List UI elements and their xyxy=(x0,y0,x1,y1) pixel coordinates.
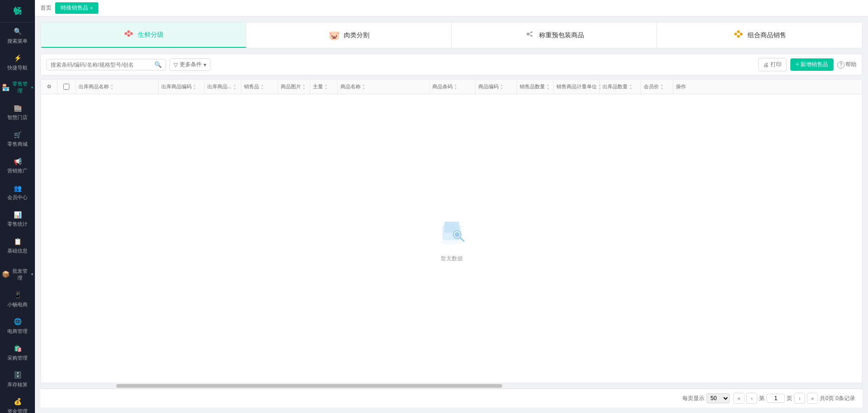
page-navigation: « ‹ 第 页 › » 共0页 0条记录 xyxy=(733,393,855,404)
svg-point-3 xyxy=(127,34,130,37)
sidebar-item-retail[interactable]: 🏪 零售管理 ▾ xyxy=(0,76,35,99)
fresh-icon xyxy=(123,29,134,40)
sidebar-item-promotion[interactable]: 📢 营销推广 xyxy=(0,153,35,179)
sidebar-item-purchase[interactable]: 🛍️ 采购管理 xyxy=(0,339,35,366)
home-tab[interactable]: 首页 xyxy=(40,4,51,12)
page-number-input[interactable] xyxy=(766,394,785,403)
active-tab[interactable]: 特殊销售品 × xyxy=(55,2,98,14)
sidebar-item-label: 零售统计 xyxy=(7,221,28,228)
th-outname[interactable]: 出库商品名称 ▲▼ xyxy=(76,80,159,94)
page-last-button[interactable]: » xyxy=(807,393,818,404)
sidebar-item-quicknav[interactable]: ⚡ 快捷导航 xyxy=(0,49,35,76)
sidebar-item-wholesale[interactable]: 📦 批发管理 ▾ xyxy=(0,263,35,287)
chevron-down-icon: ▾ xyxy=(31,85,33,90)
th-unit[interactable]: 销售商品计量单位 ▲▼ xyxy=(554,80,600,94)
sidebar-item-retailstat[interactable]: 📊 零售统计 xyxy=(0,206,35,233)
retail-icon: 🏪 xyxy=(2,83,10,92)
th-code[interactable]: 商品编码 ▲▼ xyxy=(476,80,517,94)
search-input[interactable] xyxy=(51,62,153,68)
select-all-checkbox[interactable] xyxy=(63,84,69,90)
sidebar-item-label: 搜索菜单 xyxy=(7,38,28,45)
sidebar-item-retailmall[interactable]: 🛒 零售商城 xyxy=(0,126,35,153)
sidebar-item-miniapp[interactable]: 📱 小畅电商 xyxy=(0,286,35,313)
store-icon: 🏬 xyxy=(14,104,22,113)
sidebar: 畅 🔍 搜索菜单 ⚡ 快捷导航 🏪 零售管理 ▾ 🏬 智慧门店 🛒 零售商城 📢… xyxy=(0,0,35,413)
tab-weigh[interactable]: 称重预包装商品 xyxy=(452,23,657,48)
page-prev-button[interactable]: ‹ xyxy=(746,393,757,404)
th-barcode[interactable]: 商品条码 ▲▼ xyxy=(430,80,476,94)
th-unit-label: 销售商品计量单位 xyxy=(556,83,597,90)
search-icon[interactable]: 🔍 xyxy=(154,61,162,68)
help-button[interactable]: ? 帮助 xyxy=(837,61,857,69)
th-saleitem-label: 销售品 xyxy=(244,83,259,90)
svg-point-10 xyxy=(737,30,740,33)
th-settings[interactable]: ⚙ xyxy=(41,80,57,94)
tab-fresh[interactable]: 生鲜分级 xyxy=(41,23,246,48)
th-qty-label: 销售品数量 xyxy=(520,83,545,90)
finance-icon: 💰 xyxy=(14,397,22,407)
svg-point-2 xyxy=(130,32,133,35)
sidebar-item-smartstore[interactable]: 🏬 智慧门店 xyxy=(0,99,35,126)
filter-label: 更多条件 xyxy=(180,61,202,69)
filter-arrow-icon: ▾ xyxy=(204,62,206,68)
tab-combo[interactable]: 组合商品销售 xyxy=(657,23,862,48)
th-img[interactable]: 商品图片 ▲▼ xyxy=(278,80,310,94)
horizontal-scrollbar[interactable] xyxy=(41,383,862,388)
sidebar-item-label: 零售管理 xyxy=(11,80,29,95)
per-page-select[interactable]: 50 10 20 100 xyxy=(706,393,730,403)
scrollbar-thumb[interactable] xyxy=(116,384,502,388)
th-name[interactable]: 商品名称 ▲▼ xyxy=(338,80,430,94)
th-saleitem[interactable]: 销售品 ▲▼ xyxy=(241,80,278,94)
page-label: 第 xyxy=(759,395,765,402)
sidebar-item-label: 快捷导航 xyxy=(7,64,28,71)
svg-point-1 xyxy=(127,30,130,33)
sidebar-item-member[interactable]: 👥 会员中心 xyxy=(0,179,35,206)
sidebar-item-label: 基础信息 xyxy=(7,247,28,254)
sort-icons-12: ▲▼ xyxy=(629,83,632,90)
th-vipprice[interactable]: 会员价 ▲▼ xyxy=(641,80,673,94)
sidebar-item-label: 电商管理 xyxy=(7,328,28,335)
svg-point-0 xyxy=(125,32,127,35)
sort-icons-10: ▲▼ xyxy=(546,83,550,90)
sidebar-item-label: 资金管理 xyxy=(7,408,28,413)
th-outsku[interactable]: 出库商品... ▲▼ xyxy=(204,80,241,94)
info-icon: 📋 xyxy=(14,237,22,247)
th-weight[interactable]: 主量 ▲▼ xyxy=(310,80,338,94)
th-checkbox[interactable] xyxy=(57,80,76,94)
miniapp-icon: 📱 xyxy=(14,291,22,300)
sidebar-item-label: 采购管理 xyxy=(7,355,28,361)
per-page-label: 每页显示 xyxy=(682,395,704,402)
th-outqty[interactable]: 出库品数量 ▲▼ xyxy=(600,80,641,94)
sidebar-item-ecommerce[interactable]: 🌐 电商管理 xyxy=(0,313,35,339)
th-outcode[interactable]: 出库商品编码 ▲▼ xyxy=(159,80,204,94)
sidebar-item-label: 会员中心 xyxy=(7,194,28,201)
search-box[interactable]: 🔍 xyxy=(46,59,166,70)
cart-icon: 🛒 xyxy=(14,131,22,140)
th-qty[interactable]: 销售品数量 ▲▼ xyxy=(517,80,554,94)
sidebar-item-finance[interactable]: 💰 资金管理 xyxy=(0,393,35,413)
empty-text: 暂无数据 xyxy=(441,255,463,263)
th-weight-label: 主量 xyxy=(313,83,323,90)
page-first-button[interactable]: « xyxy=(733,393,744,404)
svg-point-11 xyxy=(740,33,743,35)
sidebar-item-baseinfo[interactable]: 📋 基础信息 xyxy=(0,233,35,259)
sidebar-item-label: 零售商城 xyxy=(7,141,28,148)
print-button[interactable]: 🖨 打印 xyxy=(758,58,787,71)
print-label: 打印 xyxy=(771,61,782,69)
th-outqty-label: 出库品数量 xyxy=(602,83,628,90)
combo-icon xyxy=(733,29,744,41)
close-tab-button[interactable]: × xyxy=(90,6,93,11)
page-next-button[interactable]: › xyxy=(794,393,805,404)
th-img-label: 商品图片 xyxy=(281,83,301,90)
tab-meat[interactable]: 🐷 肉类分割 xyxy=(246,23,452,48)
svg-point-9 xyxy=(734,33,737,35)
sidebar-item-label: 智慧门店 xyxy=(7,114,28,121)
sidebar-item-label: 小畅电商 xyxy=(7,301,28,308)
add-sale-item-button[interactable]: + 新增销售品 xyxy=(790,58,834,71)
total-records: 共0页 0条记录 xyxy=(820,395,855,402)
sidebar-item-inventory[interactable]: 🗄️ 库存核算 xyxy=(0,366,35,393)
sidebar-item-search[interactable]: 🔍 搜索菜单 xyxy=(0,23,35,49)
members-icon: 👥 xyxy=(14,184,22,193)
topbar: 首页 特殊销售品 × xyxy=(35,0,868,17)
filter-button[interactable]: ▽ 更多条件 ▾ xyxy=(170,58,210,71)
